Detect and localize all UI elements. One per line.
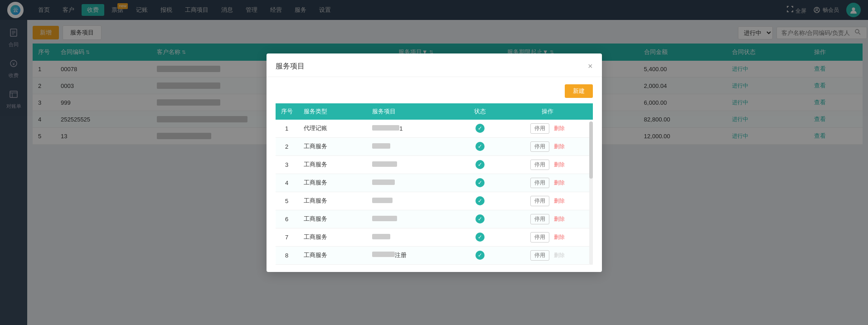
modal-cell-no: 5 bbox=[276, 192, 298, 210]
modal-cell-item: 注册 bbox=[367, 246, 457, 264]
modal-col-status: 状态 bbox=[457, 103, 503, 120]
modal-cell-type: 工商服务 bbox=[298, 228, 367, 246]
modal-cell-type: 工商服务 bbox=[298, 174, 367, 192]
modal-close-button[interactable]: × bbox=[588, 62, 593, 70]
modal-cell-no: 4 bbox=[276, 174, 298, 192]
stop-button[interactable]: 停用 bbox=[530, 196, 549, 206]
modal-table-row: 3 工商服务 ✓ 停用 删除 bbox=[276, 155, 593, 174]
status-check-icon: ✓ bbox=[475, 251, 485, 260]
modal-body: 新建 序号 服务类型 服务项目 状态 操作 bbox=[267, 77, 602, 272]
modal-cell-actions: 停用 删除 bbox=[503, 210, 593, 228]
modal-cell-item bbox=[367, 210, 457, 228]
modal-col-no: 序号 bbox=[276, 103, 298, 120]
modal-col-action: 操作 bbox=[503, 103, 593, 120]
delete-button[interactable]: 删除 bbox=[554, 215, 565, 223]
modal-cell-status: ✓ bbox=[457, 246, 503, 264]
delete-button[interactable]: 删除 bbox=[554, 125, 565, 132]
scrollbar-thumb[interactable] bbox=[589, 121, 593, 179]
modal-cell-no: 1 bbox=[276, 120, 298, 138]
modal-cell-actions: 停用 删除 bbox=[503, 120, 593, 138]
modal-cell-status: ✓ bbox=[457, 192, 503, 210]
status-check-icon: ✓ bbox=[475, 196, 485, 205]
modal-cell-item bbox=[367, 174, 457, 192]
modal-cell-no: 7 bbox=[276, 228, 298, 246]
delete-button[interactable]: 删除 bbox=[554, 197, 565, 205]
modal-cell-type: 工商服务 bbox=[298, 192, 367, 210]
modal-cell-no: 3 bbox=[276, 155, 298, 174]
modal-cell-item bbox=[367, 137, 457, 155]
modal-cell-actions: 停用 删除 bbox=[503, 192, 593, 210]
status-check-icon: ✓ bbox=[475, 214, 485, 223]
modal-cell-actions: 停用 删除 bbox=[503, 228, 593, 246]
modal-cell-item bbox=[367, 192, 457, 210]
stop-button[interactable]: 停用 bbox=[530, 214, 549, 224]
status-check-icon: ✓ bbox=[475, 233, 485, 242]
modal-toolbar: 新建 bbox=[276, 84, 593, 98]
modal-cell-actions: 停用 删除 bbox=[503, 246, 593, 264]
modal-col-type: 服务类型 bbox=[298, 103, 367, 120]
modal-cell-type: 工商服务 bbox=[298, 246, 367, 264]
modal-cell-status: ✓ bbox=[457, 155, 503, 174]
modal-cell-status: ✓ bbox=[457, 120, 503, 138]
status-check-icon: ✓ bbox=[475, 142, 485, 151]
modal-table-row: 7 工商服务 ✓ 停用 删除 bbox=[276, 228, 593, 246]
modal-cell-item bbox=[367, 228, 457, 246]
service-items-table: 序号 服务类型 服务项目 状态 操作 1 代理记账 bbox=[276, 103, 593, 265]
modal-cell-status: ✓ bbox=[457, 210, 503, 228]
stop-button[interactable]: 停用 bbox=[530, 178, 549, 188]
delete-button[interactable]: 删除 bbox=[554, 233, 565, 241]
modal-cell-type: 工商服务 bbox=[298, 137, 367, 155]
service-items-modal: 服务项目 × 新建 序号 服务类型 服务项目 状态 操作 bbox=[267, 53, 602, 272]
delete-button[interactable]: 删除 bbox=[554, 179, 565, 187]
modal-table-row: 8 工商服务 注册 ✓ 停用 删除 bbox=[276, 246, 593, 264]
modal-title: 服务项目 bbox=[276, 62, 305, 71]
modal-header: 服务项目 × bbox=[267, 53, 602, 77]
status-check-icon: ✓ bbox=[475, 178, 485, 187]
scrollbar-track[interactable] bbox=[589, 121, 593, 265]
modal-cell-no: 8 bbox=[276, 246, 298, 264]
modal-cell-type: 工商服务 bbox=[298, 210, 367, 228]
delete-button[interactable]: 删除 bbox=[554, 161, 565, 169]
modal-cell-no: 6 bbox=[276, 210, 298, 228]
status-check-icon: ✓ bbox=[475, 160, 485, 169]
stop-button[interactable]: 停用 bbox=[530, 232, 549, 243]
modal-table-row: 4 工商服务 ✓ 停用 删除 bbox=[276, 174, 593, 192]
modal-cell-item bbox=[367, 155, 457, 174]
stop-button[interactable]: 停用 bbox=[530, 123, 549, 134]
modal-table-row: 1 代理记账 1 ✓ 停用 删除 bbox=[276, 120, 593, 138]
modal-cell-item: 1 bbox=[367, 120, 457, 138]
modal-cell-type: 代理记账 bbox=[298, 120, 367, 138]
modal-cell-no: 2 bbox=[276, 137, 298, 155]
status-check-icon: ✓ bbox=[475, 124, 485, 133]
modal-overlay[interactable]: 服务项目 × 新建 序号 服务类型 服务项目 状态 操作 bbox=[0, 0, 868, 325]
modal-cell-status: ✓ bbox=[457, 174, 503, 192]
modal-cell-actions: 停用 删除 bbox=[503, 174, 593, 192]
modal-cell-actions: 停用 删除 bbox=[503, 155, 593, 174]
modal-table-row: 6 工商服务 ✓ 停用 删除 bbox=[276, 210, 593, 228]
modal-table-row: 5 工商服务 ✓ 停用 删除 bbox=[276, 192, 593, 210]
modal-cell-status: ✓ bbox=[457, 137, 503, 155]
modal-cell-actions: 停用 删除 bbox=[503, 137, 593, 155]
modal-col-item: 服务项目 bbox=[367, 103, 457, 120]
modal-cell-status: ✓ bbox=[457, 228, 503, 246]
modal-table-container: 序号 服务类型 服务项目 状态 操作 1 代理记账 bbox=[276, 103, 593, 265]
stop-button[interactable]: 停用 bbox=[530, 141, 549, 152]
stop-button[interactable]: 停用 bbox=[530, 250, 549, 261]
delete-button[interactable]: 删除 bbox=[554, 143, 565, 150]
delete-button[interactable]: 删除 bbox=[554, 252, 565, 259]
modal-cell-type: 工商服务 bbox=[298, 155, 367, 174]
modal-table-row: 2 工商服务 ✓ 停用 删除 bbox=[276, 137, 593, 155]
stop-button[interactable]: 停用 bbox=[530, 160, 549, 170]
modal-new-button[interactable]: 新建 bbox=[565, 84, 593, 98]
